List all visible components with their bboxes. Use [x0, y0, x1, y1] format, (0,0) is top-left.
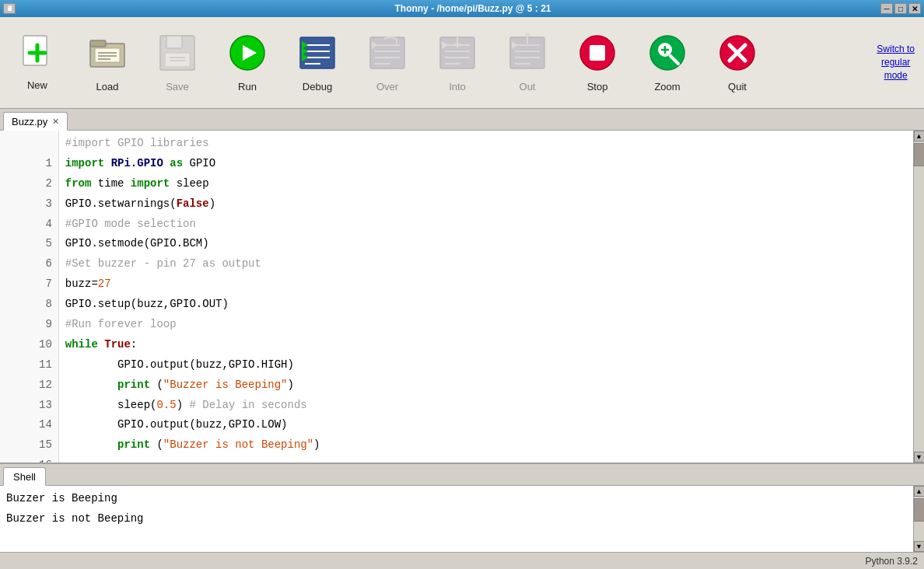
save-button[interactable]: Save [143, 24, 212, 102]
svg-rect-0 [23, 36, 47, 65]
title-bar: 🖥 Thonny - /home/pi/Buzz.py @ 5 : 21 ─ □… [0, 0, 924, 17]
tab-bar: Buzz.py ✕ [0, 109, 924, 131]
editor-container: 1 2 3 4 5 6 7 8 9 10 11 12 13 14 15 16 1… [0, 131, 924, 463]
code-area: 1 2 3 4 5 6 7 8 9 10 11 12 13 14 15 16 1… [0, 131, 913, 463]
window-icon: 🖥 [3, 3, 16, 14]
debug-icon [297, 33, 338, 76]
shell-scrollbar: ▲ ▼ [913, 486, 924, 552]
svg-marker-46 [524, 33, 530, 36]
zoom-button[interactable]: Zoom [633, 24, 702, 102]
load-label: Load [96, 81, 119, 93]
shell-tab-bar: Shell [0, 464, 924, 486]
debug-button[interactable]: Debug [283, 24, 352, 102]
zoom-label: Zoom [654, 81, 680, 93]
over-label: Over [376, 81, 398, 93]
load-button[interactable]: Load [73, 24, 142, 102]
quit-button[interactable]: Quit [703, 24, 772, 102]
close-button[interactable]: ✕ [908, 3, 921, 14]
into-button[interactable]: Into [423, 24, 492, 102]
over-icon [367, 33, 408, 76]
window-title: Thonny - /home/pi/Buzz.py @ 5 : 21 [65, 3, 880, 14]
quit-icon [717, 33, 758, 76]
new-label: New [27, 79, 47, 91]
toolbar: New Load Save [0, 17, 924, 109]
scroll-down-arrow[interactable]: ▼ [914, 452, 925, 463]
python-version: Python 3.9.2 [866, 556, 918, 567]
into-label: Into [449, 81, 466, 93]
debug-label: Debug [303, 81, 332, 93]
stop-button[interactable]: Stop [563, 24, 632, 102]
shell-scroll-down[interactable]: ▼ [914, 541, 925, 552]
shell-content: Buzzer is Beeping Buzzer is not Beeping … [0, 486, 924, 552]
svg-rect-10 [166, 36, 182, 48]
window-controls: ─ □ ✕ [880, 3, 921, 14]
run-label: Run [238, 81, 257, 93]
new-icon [17, 34, 58, 75]
scroll-thumb[interactable] [914, 143, 925, 166]
run-button[interactable]: Run [213, 24, 282, 102]
svg-rect-4 [90, 40, 106, 47]
quit-label: Quit [728, 81, 747, 93]
save-icon [157, 33, 198, 76]
shell-tab-label: Shell [13, 471, 36, 483]
svg-rect-48 [590, 45, 605, 61]
out-label: Out [520, 81, 536, 93]
scroll-track[interactable] [914, 141, 925, 452]
shell-scroll-up[interactable]: ▲ [914, 486, 925, 497]
code-editor[interactable]: #import GPIO libraries import RPi.GPIO a… [59, 131, 913, 463]
new-button[interactable]: New [3, 24, 72, 102]
line-numbers: 1 2 3 4 5 6 7 8 9 10 11 12 13 14 15 16 1… [0, 131, 59, 463]
shell-output[interactable]: Buzzer is Beeping Buzzer is not Beeping [0, 486, 913, 552]
maximize-button[interactable]: □ [894, 3, 907, 14]
stop-label: Stop [587, 81, 608, 93]
shell-scroll-track[interactable] [914, 497, 925, 541]
editor-scrollbar: ▲ ▼ [913, 131, 924, 463]
shell-tab[interactable]: Shell [3, 467, 46, 486]
out-button[interactable]: Out [493, 24, 562, 102]
switch-mode-link[interactable]: Switch to regular mode [870, 40, 921, 85]
over-button[interactable]: Over [353, 24, 422, 102]
load-icon [87, 33, 128, 76]
run-icon [227, 33, 268, 76]
zoom-icon [647, 33, 688, 76]
tab-label: Buzz.py [12, 116, 47, 127]
scroll-up-arrow[interactable]: ▲ [914, 131, 925, 141]
shell-container: Shell Buzzer is Beeping Buzzer is not Be… [0, 463, 924, 552]
shell-scroll-thumb[interactable] [914, 498, 925, 522]
into-icon [437, 33, 478, 76]
save-label: Save [166, 81, 189, 93]
stop-icon [577, 33, 618, 76]
svg-rect-11 [165, 53, 190, 67]
minimize-button[interactable]: ─ [880, 3, 893, 14]
tab-close-button[interactable]: ✕ [52, 117, 59, 127]
out-icon [507, 33, 548, 76]
tab-buzz-py[interactable]: Buzz.py ✕ [3, 112, 68, 131]
status-bar: Python 3.9.2 [0, 552, 924, 569]
svg-rect-5 [95, 48, 120, 62]
